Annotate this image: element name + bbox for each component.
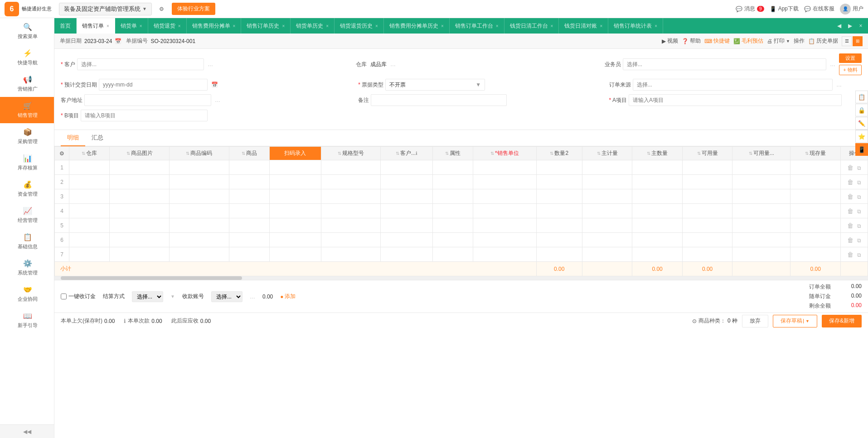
- tab-more-button[interactable]: ×: [855, 20, 866, 31]
- cell-customer-code[interactable]: [381, 189, 432, 204]
- settings-button[interactable]: ⚙: [155, 3, 168, 15]
- tab-close-icon[interactable]: ×: [178, 24, 181, 29]
- payment-method-select[interactable]: 选择...: [132, 291, 163, 302]
- cell-unit[interactable]: [473, 218, 536, 233]
- tab-invoice-history[interactable]: 销货单历史 ×: [291, 18, 335, 34]
- cell-scan[interactable]: [269, 233, 321, 247]
- cell-warehouse[interactable]: [69, 175, 110, 189]
- delete-row-icon[interactable]: 🗑: [847, 251, 853, 258]
- sort-icon[interactable]: ⇅: [396, 151, 399, 156]
- cell-code[interactable]: [169, 189, 229, 204]
- cell-warehouse[interactable]: [69, 247, 110, 262]
- sidebar-item-enterprise[interactable]: 🤝 企业协同: [0, 281, 54, 307]
- cell-image[interactable]: [110, 247, 170, 262]
- operation-action[interactable]: 操作: [794, 37, 805, 45]
- list-view-btn[interactable]: ☰: [842, 36, 852, 46]
- warehouse-more-icon[interactable]: …: [390, 61, 396, 67]
- cell-available[interactable]: [682, 204, 732, 218]
- sidebar-collapse-btn[interactable]: ◀◀: [0, 424, 54, 438]
- cell-current-qty[interactable]: [790, 233, 841, 247]
- tab-detail[interactable]: 明细: [61, 130, 85, 146]
- sort-icon[interactable]: ⇅: [445, 151, 449, 156]
- cell-code[interactable]: [169, 218, 229, 233]
- cell-main-unit[interactable]: [582, 247, 632, 262]
- cell-main-qty[interactable]: [632, 233, 682, 247]
- delivery-date-input[interactable]: [99, 79, 208, 91]
- cell-main-unit[interactable]: [582, 204, 632, 218]
- cell-current-qty[interactable]: [790, 160, 841, 175]
- cell-attr[interactable]: [432, 160, 473, 175]
- cell-main-qty[interactable]: [632, 175, 682, 189]
- cell-product[interactable]: [229, 175, 269, 189]
- online-service-button[interactable]: 💬 在线客服: [804, 5, 834, 13]
- cell-attr[interactable]: [432, 204, 473, 218]
- sort-icon[interactable]: ⇅: [186, 151, 189, 156]
- calendar-icon[interactable]: 📅: [115, 38, 121, 44]
- delete-row-icon[interactable]: 🗑: [847, 236, 853, 244]
- cell-current-qty[interactable]: [790, 247, 841, 262]
- tab-sales-order[interactable]: 销售订单 ×: [77, 18, 115, 34]
- sort-icon[interactable]: ⇅: [490, 151, 494, 156]
- grid-view-btn[interactable]: ⊞: [853, 36, 863, 46]
- account-more-icon[interactable]: …: [250, 294, 255, 300]
- tab-return-history[interactable]: 销货退货历史 ×: [335, 18, 384, 34]
- invoice-type-select[interactable]: 不开票 ▼: [385, 79, 485, 91]
- cell-current-qty[interactable]: [790, 204, 841, 218]
- tab-close-icon[interactable]: ×: [496, 24, 499, 29]
- cell-qty2[interactable]: [536, 204, 582, 218]
- cell-main-qty[interactable]: [632, 218, 682, 233]
- cell-qty2[interactable]: [536, 160, 582, 175]
- system-name[interactable]: 装备及固定资产辅助管理系统 ▼: [59, 3, 152, 15]
- cell-unit[interactable]: [473, 189, 536, 204]
- copy-row-icon[interactable]: ⧉: [857, 179, 861, 186]
- date-picker-icon[interactable]: 📅: [211, 82, 218, 88]
- cell-image[interactable]: [110, 218, 170, 233]
- cell-customer-code[interactable]: [381, 218, 432, 233]
- rfp-btn-3[interactable]: ✏️: [855, 117, 868, 130]
- help-action[interactable]: ❓ 帮助: [682, 37, 701, 45]
- cell-image[interactable]: [110, 233, 170, 247]
- cell-unit[interactable]: [473, 247, 536, 262]
- cell-main-unit[interactable]: [582, 218, 632, 233]
- cell-current-qty[interactable]: [790, 189, 841, 204]
- rfp-btn-5[interactable]: 📱: [855, 143, 868, 156]
- b-project-input[interactable]: [81, 110, 208, 121]
- copy-row-icon[interactable]: ⧉: [857, 165, 861, 171]
- industry-button[interactable]: 体验行业方案: [172, 3, 215, 15]
- tab-daily-workbench[interactable]: 钱货日清工作台 ×: [504, 18, 559, 34]
- discard-button[interactable]: 放弃: [742, 315, 768, 327]
- tab-sales-invoice[interactable]: 销货单 ×: [115, 18, 148, 34]
- cell-warehouse[interactable]: [69, 189, 110, 204]
- sidebar-item-operations[interactable]: 📈 经营管理: [0, 202, 54, 228]
- shortcut-action[interactable]: ⌨ 快捷键: [704, 37, 730, 45]
- order-source-more-icon[interactable]: …: [836, 82, 842, 88]
- horizontal-scrollbar[interactable]: [54, 276, 868, 280]
- cell-customer-code[interactable]: [381, 233, 432, 247]
- delete-row-icon[interactable]: 🗑: [847, 164, 853, 171]
- rfp-btn-1[interactable]: 📋: [855, 91, 868, 103]
- cell-main-unit[interactable]: [582, 233, 632, 247]
- sidebar-item-quicknav[interactable]: ⚡ 快捷导航: [0, 44, 54, 71]
- tab-summary[interactable]: 汇总: [85, 130, 110, 146]
- tab-close-icon[interactable]: ×: [441, 24, 444, 29]
- save-draft-button[interactable]: 保存草稿 ▼: [773, 315, 817, 327]
- cell-code[interactable]: [169, 204, 229, 218]
- rfp-btn-4[interactable]: ⭐: [855, 130, 868, 143]
- delete-row-icon[interactable]: 🗑: [847, 207, 853, 215]
- print-action[interactable]: 🖨 打印 ▼: [767, 37, 790, 45]
- sidebar-item-sales[interactable]: 🛒 销售管理: [0, 97, 54, 123]
- cell-unit[interactable]: [473, 160, 536, 175]
- cell-spec[interactable]: [321, 189, 381, 204]
- tab-daily-reconcile[interactable]: 钱货日清对账 ×: [559, 18, 608, 34]
- tab-sales-stats[interactable]: 销售订单统计表 ×: [608, 18, 663, 34]
- customer-input[interactable]: [77, 58, 204, 70]
- sort-icon[interactable]: ⇅: [338, 151, 341, 156]
- cell-product[interactable]: [229, 233, 269, 247]
- sort-icon[interactable]: ⇅: [242, 151, 245, 156]
- cell-warehouse[interactable]: [69, 204, 110, 218]
- sort-icon[interactable]: ⇅: [749, 151, 752, 156]
- rfp-btn-2[interactable]: 🔒: [855, 104, 868, 116]
- th-settings[interactable]: ⚙: [55, 147, 69, 160]
- tab-sales-order-history[interactable]: 销售订单历史 ×: [241, 18, 291, 34]
- cell-available2[interactable]: [732, 233, 790, 247]
